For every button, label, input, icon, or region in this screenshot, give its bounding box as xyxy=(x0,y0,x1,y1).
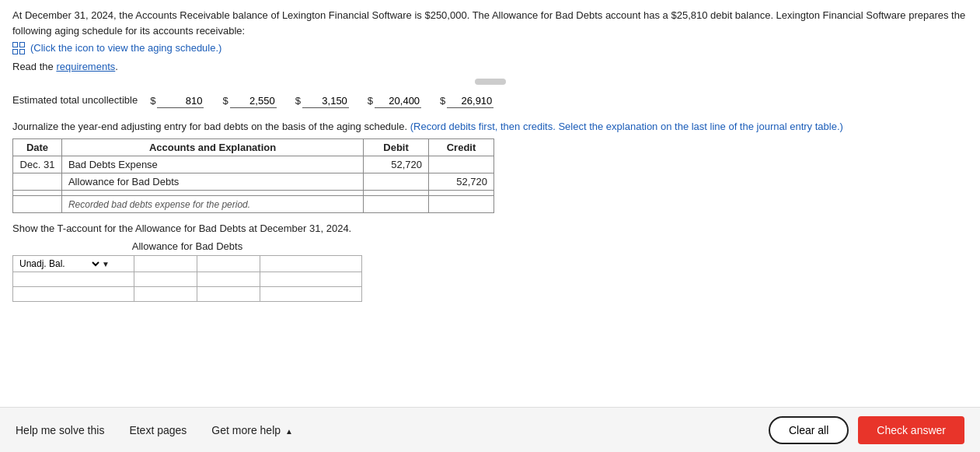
expand-pill xyxy=(475,79,506,85)
t-acct-input-1-4[interactable] xyxy=(263,258,358,269)
clear-all-button[interactable]: Clear all xyxy=(769,416,849,444)
table-row: Dec. 31 Bad Debts Expense 52,720 xyxy=(13,156,494,173)
journal-note-link: (Record debits first, then credits. Sele… xyxy=(410,121,843,132)
journal-note-italic: Recorded bad debts expense for the perio… xyxy=(68,199,250,210)
t-acct-input-3-4[interactable] xyxy=(263,289,358,300)
table-row xyxy=(13,191,494,196)
journal-note-text: (Record debits first, then credits. Sele… xyxy=(410,121,843,132)
t-acct-col3-3[interactable] xyxy=(197,287,260,302)
t-acct-col2-1[interactable] xyxy=(134,256,197,272)
amount-input-4[interactable] xyxy=(375,94,421,108)
amount-input-3[interactable] xyxy=(302,94,349,108)
help-solve-text: Help me solve this xyxy=(16,424,104,436)
table-row: Allowance for Bad Debts 52,720 xyxy=(13,173,494,191)
t-acct-col3-2[interactable] xyxy=(197,272,260,287)
more-help-text: Get more help xyxy=(211,424,281,436)
t-acct-col4-1[interactable] xyxy=(260,256,361,272)
expand-handle[interactable] xyxy=(12,79,968,85)
svg-rect-4 xyxy=(13,43,17,47)
credit-cell-2: 52,720 xyxy=(429,173,494,191)
aging-schedule-link[interactable]: (Click the icon to view the aging schedu… xyxy=(12,41,221,54)
t-acct-input-2-2[interactable] xyxy=(138,274,194,285)
main-content: At December 31, 2024, the Accounts Recei… xyxy=(0,0,980,373)
t-acct-col2-2[interactable] xyxy=(134,272,197,287)
t-acct-col2-3[interactable] xyxy=(134,287,197,302)
amount-cell-5: $ xyxy=(440,94,493,108)
t-acct-input-3-3[interactable] xyxy=(201,289,256,300)
svg-rect-7 xyxy=(20,50,24,54)
read-suffix: . xyxy=(115,61,118,72)
t-acct-col4-3[interactable] xyxy=(260,287,361,302)
more-help-caret: ▲ xyxy=(285,427,293,436)
credit-cell-1 xyxy=(429,156,494,173)
date-cell-2 xyxy=(13,173,62,191)
amount-cell-1: $ xyxy=(150,94,204,108)
estimated-label: Estimated total uncollectible xyxy=(12,94,138,106)
unadj-bal-select[interactable]: Unadj. Bal. xyxy=(16,258,102,270)
t-acct-input-1-3[interactable] xyxy=(201,258,256,269)
amount-input-2[interactable] xyxy=(230,94,277,108)
amount-cell-2: $ xyxy=(222,94,276,108)
amount-cell-3: $ xyxy=(295,94,349,108)
t-acct-input-2-1[interactable] xyxy=(16,274,131,285)
dollar-1: $ xyxy=(150,95,155,107)
journal-table: Date Accounts and Explanation Debit Cred… xyxy=(12,138,494,213)
dollar-3: $ xyxy=(295,95,301,107)
svg-rect-6 xyxy=(13,50,17,54)
footer-bar: Help me solve this Etext pages Get more … xyxy=(0,407,980,452)
t-acct-input-3-2[interactable] xyxy=(138,289,194,300)
aging-schedule-link-text: (Click the icon to view the aging schedu… xyxy=(30,42,221,54)
credit-cell-3 xyxy=(429,191,494,196)
dollar-4: $ xyxy=(368,95,373,107)
debit-cell-1: 52,720 xyxy=(364,156,429,173)
dollar-2: $ xyxy=(222,95,228,107)
debit-cell-2 xyxy=(364,173,429,191)
t-acct-col3-1[interactable] xyxy=(197,256,260,272)
intro-paragraph: At December 31, 2024, the Accounts Recei… xyxy=(12,8,968,38)
show-t-account-text: Show the T-account for the Allowance for… xyxy=(12,222,968,234)
date-cell-3 xyxy=(13,191,62,196)
t-acct-col4-2[interactable] xyxy=(260,272,361,287)
requirements-line: Read the requirements. xyxy=(12,61,968,72)
t-acct-input-2-4[interactable] xyxy=(263,274,358,285)
t-acct-col1-2[interactable] xyxy=(13,272,134,287)
clear-all-label: Clear all xyxy=(789,424,828,436)
acct-cell-1: Bad Debts Expense xyxy=(61,156,363,173)
acct-cell-2: Allowance for Bad Debts xyxy=(61,173,363,191)
dropdown-icon: ▼ xyxy=(102,260,110,268)
t-acct-input-1-2[interactable] xyxy=(138,258,194,269)
date-cell-1: Dec. 31 xyxy=(13,156,62,173)
t-account-row-3 xyxy=(13,287,362,302)
footer-right: Clear all Check answer xyxy=(769,416,964,444)
etext-pages-text: Etext pages xyxy=(129,424,187,436)
credit-cell-4 xyxy=(429,196,494,213)
check-answer-button[interactable]: Check answer xyxy=(858,416,964,444)
t-account-row-2 xyxy=(13,272,362,287)
col-accounts: Accounts and Explanation xyxy=(61,139,363,156)
t-acct-col1-1: Unadj. Bal. ▼ xyxy=(13,256,134,272)
more-help-link[interactable]: Get more help ▲ xyxy=(211,424,293,436)
amount-inputs: $ $ $ $ $ xyxy=(150,94,512,108)
date-cell-4 xyxy=(13,196,62,213)
t-acct-col1-3[interactable] xyxy=(13,287,134,302)
estimated-row: Estimated total uncollectible $ $ $ $ $ xyxy=(12,89,968,113)
debit-cell-4 xyxy=(364,196,429,213)
debit-cell-3 xyxy=(364,191,429,196)
t-account-title: Allowance for Bad Debts xyxy=(12,240,362,252)
table-row: Recorded bad debts expense for the perio… xyxy=(13,196,494,213)
t-account-row-1: Unadj. Bal. ▼ xyxy=(13,256,362,272)
etext-pages-link[interactable]: Etext pages xyxy=(129,424,187,436)
amount-input-5[interactable] xyxy=(447,94,493,108)
amount-input-1[interactable] xyxy=(157,94,204,108)
dollar-5: $ xyxy=(440,95,445,107)
t-acct-input-2-3[interactable] xyxy=(201,274,256,285)
footer-left: Help me solve this Etext pages Get more … xyxy=(16,424,293,436)
col-date: Date xyxy=(13,139,62,156)
requirements-link[interactable]: requirements xyxy=(56,61,115,72)
help-solve-link[interactable]: Help me solve this xyxy=(16,424,104,436)
t-acct-input-3-1[interactable] xyxy=(16,289,131,300)
col-credit: Credit xyxy=(429,139,494,156)
amount-cell-4: $ xyxy=(368,94,421,108)
t-account-section: Allowance for Bad Debts Unadj. Bal. ▼ xyxy=(12,240,968,302)
journal-instruction-text: Journalize the year-end adjusting entry … xyxy=(12,121,407,132)
